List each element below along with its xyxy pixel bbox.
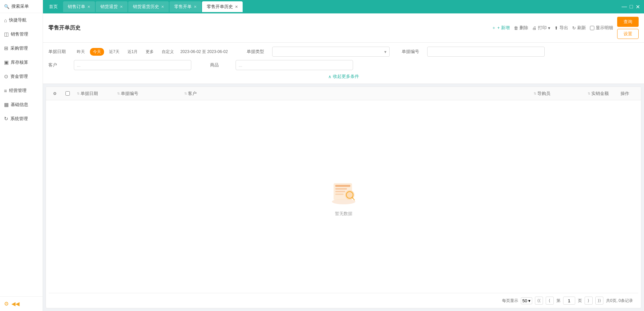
goods-label: 商品	[210, 62, 230, 68]
select-all-checkbox[interactable]	[65, 91, 70, 96]
sidebar-item-operations[interactable]: ≡ 经营管理	[0, 84, 43, 98]
date-btn-more[interactable]: 更多	[143, 48, 157, 56]
total-info: 共0页, 0条记录	[606, 298, 633, 304]
tab-retail-history[interactable]: 零售开单历史 ✕	[202, 1, 243, 12]
home-icon: ⌂	[4, 17, 7, 23]
date-btn-7days[interactable]: 近7天	[106, 48, 122, 56]
date-btn-today[interactable]: 今天	[90, 48, 104, 56]
sidebar-search-label: 搜索采单	[11, 3, 29, 9]
collapse-filters-btn[interactable]: ∧ 收起更多条件	[48, 73, 639, 80]
add-label: + 新增	[497, 25, 510, 31]
th-guide: ⇅ 导购员	[531, 91, 571, 97]
date-btn-yesterday[interactable]: 昨天	[74, 48, 88, 56]
empty-text: 暂无数据	[335, 211, 352, 217]
refresh-label: 刷新	[577, 25, 586, 31]
settings-icon[interactable]: ⚙	[4, 301, 9, 307]
minimize-icon[interactable]: —	[622, 4, 627, 10]
collapse-sidebar-icon[interactable]: ◀◀	[11, 301, 19, 307]
tab-home[interactable]: 首页	[44, 1, 62, 12]
th-order-no-label: 单据编号	[121, 91, 138, 97]
collapse-up-icon: ∧	[328, 74, 332, 79]
last-page-btn[interactable]: ⟩⟩	[595, 297, 603, 305]
date-filter-buttons: 昨天 今天 近7天 近1月 更多 自定义 2023-06-02 至 2023-0…	[74, 48, 228, 56]
sidebar-item-sales-mgmt[interactable]: ◫ 销售管理	[0, 27, 43, 41]
sidebar-item-finance[interactable]: ⊙ 资金管理	[0, 69, 43, 84]
tab-return-goods[interactable]: 销货退货 ✕	[96, 1, 128, 12]
sidebar-item-purchase-mgmt[interactable]: ⊞ 采购管理	[0, 41, 43, 55]
set-button[interactable]: 设置	[617, 29, 639, 39]
sidebar: 🔍 搜索采单 ⌂ 快捷导航 ◫ 销售管理 ⊞ 采购管理 ▣ 库存核算 ⊙ 资金管…	[0, 0, 43, 311]
order-type-dropdown-icon: ▾	[384, 49, 387, 54]
svg-rect-4	[335, 191, 345, 192]
table-header: ⚙ ⇅ 单据日期 ⇅ 单据编号 ⇅ 客户 ⇅ 导购员	[46, 87, 641, 100]
sidebar-search[interactable]: 🔍 搜索采单	[0, 0, 43, 13]
svg-rect-2	[335, 185, 350, 187]
window-controls: — □ ✕	[622, 4, 643, 10]
sort-icon[interactable]: ⇅	[77, 92, 80, 95]
sidebar-item-sys-mgmt[interactable]: ↻ 系统管理	[0, 112, 43, 126]
refresh-button[interactable]: ↻ 刷新	[572, 25, 586, 31]
customer-input[interactable]: ...	[74, 60, 191, 70]
maximize-icon[interactable]: □	[630, 4, 633, 10]
per-page-select[interactable]: 50 ▾	[521, 297, 532, 304]
empty-state: 暂无数据	[327, 176, 360, 217]
search-icon: 🔍	[4, 4, 9, 9]
close-icon[interactable]: ✕	[636, 4, 640, 10]
delete-label: 删除	[519, 25, 528, 31]
prev-page-btn[interactable]: ⟨	[546, 297, 554, 305]
sort-icon-order[interactable]: ⇅	[117, 92, 120, 95]
sidebar-item-label: 采购管理	[10, 45, 28, 51]
per-page-dropdown-icon: ▾	[528, 298, 531, 303]
sort-icon-customer[interactable]: ⇅	[184, 92, 187, 95]
export-label: 导出	[559, 25, 568, 31]
sidebar-bottom: ⚙ ◀◀	[0, 296, 43, 311]
tab-retail-open[interactable]: 零售开单 ✕	[169, 1, 201, 12]
tab-sales-order-close[interactable]: ✕	[87, 5, 90, 9]
next-page-btn[interactable]: ⟩	[585, 297, 593, 305]
display-detail-input[interactable]	[590, 26, 594, 30]
display-detail-label: 显示明细	[596, 25, 613, 31]
sort-icon-amount[interactable]: ⇅	[588, 92, 590, 95]
date-filter-label: 单据日期	[48, 49, 68, 55]
tab-return-history[interactable]: 销货退货历史 ✕	[128, 1, 169, 12]
tab-retail-open-close[interactable]: ✕	[194, 5, 197, 9]
select-all-checkbox-th[interactable]	[61, 91, 74, 96]
add-button[interactable]: ＋ + 新增	[492, 25, 510, 31]
order-no-input[interactable]	[427, 47, 545, 57]
sys-icon: ↻	[4, 116, 8, 122]
tab-return-goods-label: 销货退货	[100, 4, 118, 10]
print-icon: 🖨	[532, 25, 537, 31]
add-icon: ＋	[492, 25, 496, 31]
delete-icon: 🗑	[514, 25, 518, 31]
sort-icon-guide[interactable]: ⇅	[534, 92, 536, 95]
sidebar-item-basic-info[interactable]: ▦ 基础信息	[0, 98, 43, 112]
tab-return-goods-close[interactable]: ✕	[120, 5, 123, 9]
sidebar-item-inventory[interactable]: ▣ 库存核算	[0, 55, 43, 69]
tab-return-history-close[interactable]: ✕	[161, 5, 164, 9]
first-page-btn[interactable]: ⟨⟨	[535, 297, 543, 305]
current-page-input[interactable]: 1	[563, 297, 575, 305]
order-type-select[interactable]: ▾	[272, 47, 390, 57]
query-button[interactable]: 查询	[617, 17, 639, 27]
goods-input[interactable]: ...	[236, 60, 353, 70]
filter-row-2: 客户 ... 商品 ...	[48, 60, 639, 70]
date-range-display: 2023-06-02 至 2023-06-02	[180, 49, 228, 55]
delete-button[interactable]: 🗑 删除	[514, 25, 528, 31]
th-action-label: 操作	[621, 91, 629, 97]
ops-icon: ≡	[4, 88, 7, 94]
column-settings-btn[interactable]: ⚙	[49, 91, 61, 96]
date-btn-custom[interactable]: 自定义	[159, 48, 177, 56]
date-btn-1month[interactable]: 近1月	[125, 48, 141, 56]
tab-return-history-label: 销货退货历史	[133, 4, 159, 10]
tab-retail-history-close[interactable]: ✕	[235, 5, 238, 9]
page-label: 页	[578, 298, 582, 304]
tab-retail-open-label: 零售开单	[174, 4, 192, 10]
tab-sales-order[interactable]: 销售订单 ✕	[63, 1, 95, 12]
print-button[interactable]: 🖨 打印 ▾	[532, 25, 550, 31]
content-area: 零售开单历史 ＋ + 新增 🗑 删除 🖨 打印 ▾ ⬆ 导出	[43, 13, 644, 311]
export-button[interactable]: ⬆ 导出	[554, 25, 568, 31]
display-detail-checkbox[interactable]: 显示明细	[590, 25, 613, 31]
tab-bar: 首页 销售订单 ✕ 销货退货 ✕ 销货退货历史 ✕ 零售开单 ✕ 零售开单历史 …	[43, 0, 644, 13]
th-order-no: ⇅ 单据编号	[114, 91, 182, 97]
sidebar-item-quick-nav[interactable]: ⌂ 快捷导航	[0, 13, 43, 27]
